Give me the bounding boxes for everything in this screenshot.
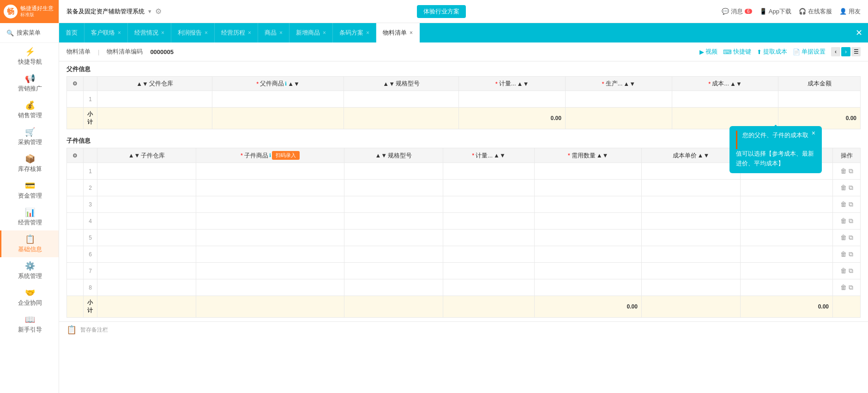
child-row3-qty[interactable]	[535, 196, 642, 213]
copy-icon-1[interactable]: ⧉	[849, 167, 853, 175]
sidebar-item-9[interactable]: 🤝企业协同	[0, 284, 59, 311]
next-arrow-button[interactable]: ›	[841, 47, 850, 56]
trial-button[interactable]: 体验行业方案	[417, 5, 466, 18]
sidebar-item-4[interactable]: 📦库存核算	[0, 150, 59, 177]
child-row6-spec[interactable]	[344, 246, 443, 263]
tab-close-5[interactable]: ×	[279, 30, 283, 36]
tab-2[interactable]: 经营情况×	[128, 23, 171, 42]
view-video-action[interactable]: ▶ 视频	[699, 48, 717, 56]
child-row5-unit-cost[interactable]	[641, 230, 740, 246]
child-row3-product[interactable]	[196, 196, 344, 213]
child-row6-unit[interactable]	[443, 246, 534, 263]
sidebar-item-2[interactable]: 💰销售管理	[0, 97, 59, 123]
child-row7-warehouse[interactable]	[97, 263, 196, 279]
copy-icon-3[interactable]: ⧉	[849, 200, 853, 208]
copy-icon-6[interactable]: ⧉	[849, 250, 853, 258]
list-view-button[interactable]: ☰	[851, 47, 861, 56]
prev-arrow-button[interactable]: ‹	[831, 47, 840, 56]
child-row6-product[interactable]	[196, 246, 344, 263]
child-row4-qty[interactable]	[535, 213, 642, 230]
tab-8[interactable]: 物料清单×	[376, 23, 420, 42]
user-item[interactable]: 👤 用友	[839, 7, 861, 16]
sidebar-item-7[interactable]: 📋基础信息	[0, 230, 59, 257]
message-item[interactable]: 💬 消息 6	[722, 7, 752, 16]
child-row2-qty[interactable]	[535, 180, 642, 196]
app-download-item[interactable]: 📱 App下载	[760, 7, 791, 16]
tab-close-6[interactable]: ×	[323, 30, 326, 36]
tab-3[interactable]: 利润报告×	[171, 23, 215, 42]
child-row4-spec[interactable]	[344, 213, 443, 230]
child-row5-unit[interactable]	[443, 230, 534, 246]
sidebar-item-1[interactable]: 📢营销推广	[0, 70, 59, 97]
child-row8-unit-cost[interactable]	[641, 279, 740, 296]
copy-icon-2[interactable]: ⧉	[849, 184, 853, 192]
child-row6-unit-cost[interactable]	[641, 246, 740, 263]
child-row4-product[interactable]	[196, 213, 344, 230]
child-row1-qty[interactable]	[535, 163, 642, 180]
tab-close-2[interactable]: ×	[161, 30, 164, 36]
parent-row1-spec[interactable]	[344, 91, 459, 108]
child-row2-unit[interactable]	[443, 180, 534, 196]
child-row8-product[interactable]	[196, 279, 344, 296]
child-row7-unit[interactable]	[443, 263, 534, 279]
search-area[interactable]: 🔍 搜索菜单	[0, 23, 59, 43]
child-row8-spec[interactable]	[344, 279, 443, 296]
child-row8-unit[interactable]	[443, 279, 534, 296]
child-row1-unit[interactable]	[443, 163, 534, 180]
child-settings-th[interactable]: ⚙	[67, 148, 84, 163]
sidebar-item-5[interactable]: 💳资金管理	[0, 177, 59, 204]
delete-icon-2[interactable]: 🗑	[840, 184, 847, 192]
child-row2-warehouse[interactable]	[97, 180, 196, 196]
child-row2-unit-cost[interactable]	[641, 180, 740, 196]
parent-row1-warehouse[interactable]	[97, 91, 212, 108]
child-row3-warehouse[interactable]	[97, 196, 196, 213]
tab-close-7[interactable]: ×	[366, 30, 369, 36]
extract-cost-action[interactable]: ⬆ 提取成本	[757, 48, 787, 56]
child-row4-unit-cost[interactable]	[641, 213, 740, 230]
sidebar-item-0[interactable]: ⚡快捷导航	[0, 43, 59, 70]
tab-close-1[interactable]: ×	[118, 30, 121, 36]
child-row1-spec[interactable]	[344, 163, 443, 180]
delete-icon-5[interactable]: 🗑	[840, 234, 847, 242]
search-menu-button[interactable]: 🔍 搜索菜单	[4, 27, 55, 39]
child-row3-unit-cost[interactable]	[641, 196, 740, 213]
close-all-button[interactable]: ✕	[854, 26, 864, 40]
tab-close-8[interactable]: ×	[410, 30, 413, 36]
copy-icon-5[interactable]: ⧉	[849, 234, 853, 242]
copy-icon-7[interactable]: ⧉	[849, 267, 853, 275]
child-row5-warehouse[interactable]	[97, 230, 196, 246]
delete-icon-1[interactable]: 🗑	[840, 167, 847, 175]
tab-4[interactable]: 经营历程×	[215, 23, 258, 42]
tab-6[interactable]: 新增商品×	[289, 23, 333, 42]
child-row1-product[interactable]	[196, 163, 344, 180]
copy-icon-8[interactable]: ⧉	[849, 284, 853, 291]
delete-icon-4[interactable]: 🗑	[840, 217, 847, 225]
child-row2-product[interactable]	[196, 180, 344, 196]
parent-row1-unit[interactable]	[459, 91, 566, 108]
scan-input-button[interactable]: 扫码录入	[272, 151, 300, 160]
child-row7-unit-cost[interactable]	[641, 263, 740, 279]
settings-icon[interactable]: ⚙	[155, 7, 162, 16]
child-row1-unit-cost[interactable]	[641, 163, 740, 180]
child-row5-spec[interactable]	[344, 230, 443, 246]
tab-close-4[interactable]: ×	[248, 30, 251, 36]
child-row3-unit[interactable]	[443, 196, 534, 213]
delete-icon-7[interactable]: 🗑	[840, 267, 847, 275]
child-row6-qty[interactable]	[535, 246, 642, 263]
child-row7-qty[interactable]	[535, 263, 642, 279]
copy-icon-4[interactable]: ⧉	[849, 217, 853, 225]
dropdown-arrow-icon[interactable]: ▾	[148, 8, 151, 15]
parent-row1-cost[interactable]	[672, 91, 778, 108]
sidebar-item-8[interactable]: ⚙️系统管理	[0, 257, 59, 284]
child-row1-warehouse[interactable]	[97, 163, 196, 180]
child-row8-warehouse[interactable]	[97, 279, 196, 296]
child-row2-spec[interactable]	[344, 180, 443, 196]
sidebar-item-6[interactable]: 📊经营管理	[0, 204, 59, 230]
child-row6-warehouse[interactable]	[97, 246, 196, 263]
sidebar-item-10[interactable]: 📖新手引导	[0, 311, 59, 338]
child-row4-unit[interactable]	[443, 213, 534, 230]
child-row5-product[interactable]	[196, 230, 344, 246]
child-row4-warehouse[interactable]	[97, 213, 196, 230]
child-row3-spec[interactable]	[344, 196, 443, 213]
online-service-item[interactable]: 🎧 在线客服	[799, 7, 832, 16]
